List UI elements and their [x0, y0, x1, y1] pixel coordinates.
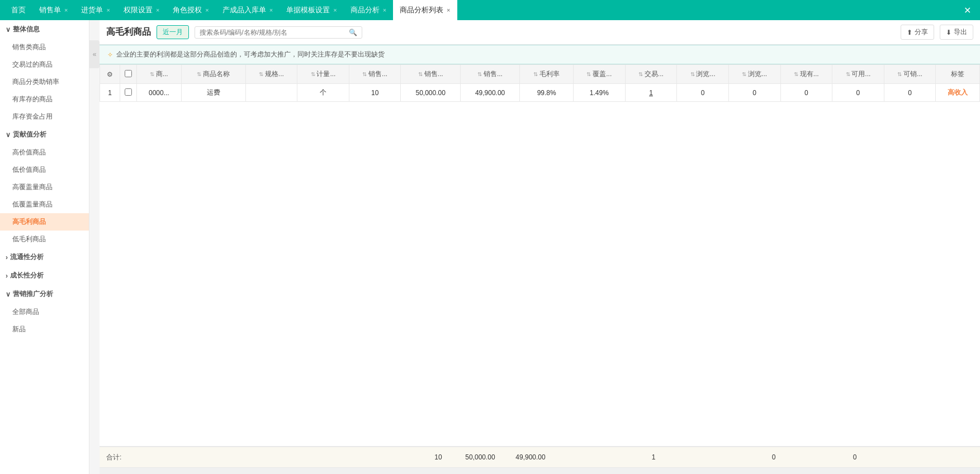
col-header-10[interactable]: 覆盖...	[574, 65, 626, 84]
tab-close-icon[interactable]: ×	[383, 7, 386, 13]
tab-close-icon[interactable]: ×	[106, 7, 110, 13]
settings-icon[interactable]: ⚙	[107, 71, 113, 78]
sidebar-item-低毛利商品[interactable]: 低毛利商品	[0, 231, 89, 248]
col-header-11[interactable]: 交易...	[625, 65, 677, 84]
nav-tab-首页[interactable]: 首页	[4, 0, 32, 20]
row-available: 0	[832, 84, 884, 102]
footer-cell-14: 0	[751, 453, 796, 461]
data-table: ⚙商...商品名称规格...计量...销售...销售...销售...毛利率覆盖.…	[100, 64, 980, 102]
tab-close-icon[interactable]: ×	[156, 7, 159, 13]
banner-text: 企业的主要的利润都是这部分商品创造的，可考虑加大推广，同时关注库存是不要出现缺货	[116, 50, 385, 59]
sidebar-group-营销推广分析[interactable]: ∨营销推广分析	[0, 285, 89, 303]
footer-cell-13	[712, 453, 751, 461]
sidebar-item-高毛利商品[interactable]: 高毛利商品	[0, 213, 89, 231]
sidebar-collapse-button[interactable]: «	[89, 40, 100, 68]
tab-close-icon[interactable]: ×	[269, 7, 273, 13]
footer-cell-2	[237, 453, 276, 461]
tab-close-icon[interactable]: ×	[205, 7, 209, 13]
sidebar-group-成长性分析[interactable]: ›成长性分析	[0, 266, 89, 285]
sidebar-group-整体信息[interactable]: ∨整体信息	[0, 20, 89, 39]
col-header-4[interactable]: 规格...	[245, 65, 297, 84]
col-header-13[interactable]: 浏览...	[728, 65, 780, 84]
search-input[interactable]	[200, 29, 349, 36]
table-footer: 合计: 1050,000.0049,900.00100	[100, 446, 980, 467]
col-header-12[interactable]: 浏览...	[677, 65, 729, 84]
sidebar-item-商品分类助销率[interactable]: 商品分类助销率	[0, 73, 89, 91]
nav-tab-商品分析列表[interactable]: 商品分析列表 ×	[393, 0, 457, 20]
row-transactions-link[interactable]: 1	[649, 89, 653, 97]
info-banner: ✧ 企业的主要的利润都是这部分商品创造的，可考虑加大推广，同时关注库存是不要出现…	[100, 45, 980, 64]
row-unit: 个	[297, 84, 349, 102]
share-button[interactable]: ⬆ 分享	[901, 25, 934, 40]
row-name: 运费	[181, 84, 245, 102]
sidebar-item-低覆盖量商品[interactable]: 低覆盖量商品	[0, 196, 89, 213]
footer-cells: 1050,000.0049,900.00100	[200, 453, 980, 461]
footer-cell-1	[220, 453, 237, 461]
sidebar-item-销售类商品[interactable]: 销售类商品	[0, 39, 89, 56]
sidebar-item-高覆盖量商品[interactable]: 高覆盖量商品	[0, 179, 89, 196]
tab-close-icon[interactable]: ×	[447, 7, 450, 13]
row-sales-qty: 10	[349, 84, 401, 102]
col-header-9[interactable]: 毛利率	[520, 65, 574, 84]
tab-close-icon[interactable]: ×	[64, 7, 68, 13]
sidebar-item-全部商品[interactable]: 全部商品	[0, 303, 89, 321]
share-icon: ⬆	[907, 29, 912, 36]
export-button[interactable]: ⬇ 导出	[940, 25, 973, 40]
footer-cell-8: 49,900.00	[505, 453, 556, 461]
footer-cell-0	[200, 453, 220, 461]
row-browse2: 0	[728, 84, 780, 102]
group-arrow-icon: ›	[6, 254, 8, 261]
sidebar-item-有库存的商品[interactable]: 有库存的商品	[0, 91, 89, 108]
select-all-checkbox[interactable]	[125, 70, 132, 77]
nav-tab-进货单[interactable]: 进货单 ×	[74, 0, 116, 20]
info-icon: ✧	[107, 51, 113, 59]
bottom-scrollbar[interactable]	[100, 467, 980, 474]
filter-recent-month-button[interactable]: 近一月	[157, 25, 189, 39]
footer-cell-3	[276, 453, 343, 461]
row-checkbox	[120, 84, 137, 102]
footer-cell-11: 1	[634, 453, 673, 461]
footer-cell-4	[343, 453, 388, 461]
sidebar-item-新品[interactable]: 新品	[0, 321, 89, 338]
sidebar-item-低价值商品[interactable]: 低价值商品	[0, 161, 89, 179]
row-code: 0000...	[137, 84, 182, 102]
footer-cell-6: 10	[422, 453, 455, 461]
col-header-2[interactable]: 商...	[137, 65, 182, 84]
sidebar-item-高价值商品[interactable]: 高价值商品	[0, 144, 89, 161]
col-header-3[interactable]: 商品名称	[181, 65, 245, 84]
col-header-7[interactable]: 销售...	[401, 65, 460, 84]
nav-tab-权限设置[interactable]: 权限设置 ×	[117, 0, 166, 20]
col-header-15[interactable]: 可用...	[832, 65, 884, 84]
sidebar-group-流通性分析[interactable]: ›流通性分析	[0, 248, 89, 266]
footer-cell-7: 50,000.00	[455, 453, 505, 461]
col-header-17: 标签	[936, 65, 980, 84]
col-header-6[interactable]: 销售...	[349, 65, 401, 84]
table-header: ⚙商...商品名称规格...计量...销售...销售...销售...毛利率覆盖.…	[100, 65, 980, 84]
tab-close-icon[interactable]: ×	[333, 7, 337, 13]
group-arrow-icon: ›	[6, 272, 8, 280]
nav-tab-销售单[interactable]: 销售单 ×	[32, 0, 74, 20]
row-transactions: 1	[625, 84, 677, 102]
table-container: ⚙商...商品名称规格...计量...销售...销售...销售...毛利率覆盖.…	[100, 64, 980, 446]
row-browse1: 0	[677, 84, 729, 102]
search-icon[interactable]: 🔍	[349, 29, 357, 36]
sidebar-item-库存资金占用[interactable]: 库存资金占用	[0, 108, 89, 125]
nav-tab-角色授权[interactable]: 角色授权 ×	[166, 0, 215, 20]
window-close-button[interactable]: ✕	[959, 5, 976, 16]
nav-tab-商品分析[interactable]: 商品分析 ×	[344, 0, 393, 20]
nav-tab-单据模板设置[interactable]: 单据模板设置 ×	[280, 0, 343, 20]
sidebar-item-交易过的商品[interactable]: 交易过的商品	[0, 56, 89, 73]
footer-label: 合计:	[100, 453, 200, 462]
row-index: 1	[100, 84, 120, 102]
row-select-checkbox[interactable]	[125, 88, 132, 96]
export-icon: ⬇	[946, 29, 951, 36]
col-header-5[interactable]: 计量...	[297, 65, 349, 84]
col-header-8[interactable]: 销售...	[460, 65, 519, 84]
page-title: 高毛利商品	[106, 26, 151, 38]
col-header-1	[120, 65, 137, 84]
col-header-16[interactable]: 可销...	[884, 65, 936, 84]
sidebar-group-贡献值分析[interactable]: ∨贡献值分析	[0, 125, 89, 144]
col-header-14[interactable]: 现有...	[780, 65, 832, 84]
row-spec	[245, 84, 297, 102]
nav-tab-产成品入库单[interactable]: 产成品入库单 ×	[216, 0, 280, 20]
